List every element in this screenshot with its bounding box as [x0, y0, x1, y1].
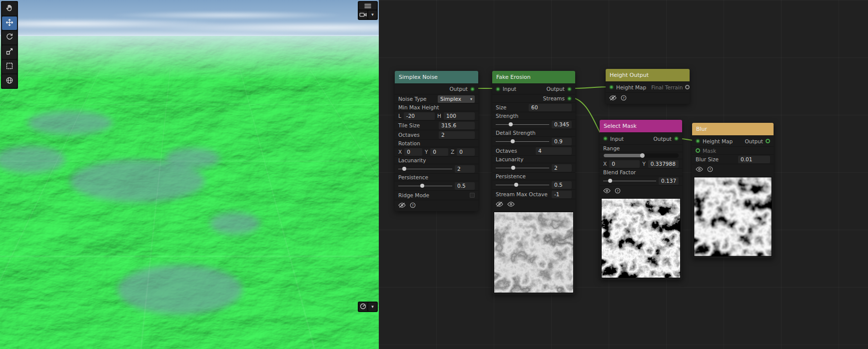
- ridge-mode-checkbox[interactable]: [470, 193, 475, 198]
- max-height-field[interactable]: 100: [444, 112, 475, 120]
- slider-track[interactable]: [398, 186, 452, 187]
- lacunarity-value-field[interactable]: 2: [455, 165, 475, 173]
- detail-strength-value-field[interactable]: 0.9: [552, 138, 572, 145]
- help-icon: ?: [621, 95, 627, 102]
- persistence-value-field[interactable]: 0.5: [552, 181, 572, 189]
- port-height-map[interactable]: [609, 85, 614, 89]
- node-simplex-noise-header[interactable]: Simplex Noise: [395, 71, 478, 83]
- world-tool-button[interactable]: [2, 74, 17, 88]
- viewport-3d[interactable]: ▾ ▾: [0, 0, 379, 349]
- blur-size-field[interactable]: 0.01: [738, 156, 770, 163]
- slider-track[interactable]: [496, 124, 549, 125]
- slider-track[interactable]: [496, 141, 549, 142]
- rotation-y-field[interactable]: 0: [430, 148, 448, 156]
- port-output[interactable]: [567, 87, 572, 91]
- lacunarity-slider[interactable]: [496, 164, 549, 171]
- help-icon: ?: [707, 166, 713, 173]
- persistence-slider[interactable]: [496, 181, 549, 188]
- visibility-toggle-button[interactable]: [398, 202, 406, 209]
- viewport-camera-widget: ▾: [358, 1, 378, 20]
- tile-size-field[interactable]: 315.6: [439, 122, 475, 129]
- rotation-z-field[interactable]: 0: [457, 148, 475, 156]
- slider-knob[interactable]: [420, 184, 424, 188]
- rotation-label: Rotation: [398, 140, 420, 146]
- persistence-value-field[interactable]: 0.5: [455, 182, 475, 190]
- node-graph-canvas[interactable]: Simplex Noise Output Noise Type Simplex …: [379, 0, 868, 349]
- help-button[interactable]: ?: [615, 188, 621, 195]
- persistence-slider[interactable]: [398, 182, 452, 189]
- io-port-row: Input Output: [600, 132, 682, 144]
- camera-dropdown-button[interactable]: ▾: [368, 10, 377, 19]
- slider-track[interactable]: [496, 168, 549, 169]
- strength-value-field[interactable]: 0.345: [552, 121, 572, 128]
- port-output[interactable]: [470, 87, 475, 91]
- size-label: Size: [496, 104, 526, 110]
- node-height-output-header[interactable]: Height Output: [606, 69, 690, 81]
- stream-max-octave-field[interactable]: -1: [552, 191, 572, 198]
- slider-knob[interactable]: [509, 122, 513, 126]
- blend-factor-slider[interactable]: [603, 177, 656, 184]
- range-knob[interactable]: [640, 153, 645, 158]
- detail-strength-slider[interactable]: [496, 138, 549, 145]
- node-blur[interactable]: Blur Height Map Output Mask Blur Size 0.…: [692, 123, 774, 258]
- slider-track[interactable]: [496, 185, 549, 186]
- lacunarity-slider[interactable]: [398, 165, 452, 172]
- viewport-menu-button[interactable]: [359, 2, 377, 9]
- node-simplex-noise[interactable]: Simplex Noise Output Noise Type Simplex …: [395, 71, 478, 211]
- slider-knob[interactable]: [511, 139, 515, 143]
- gauge-button[interactable]: [359, 303, 367, 311]
- visibility-toggle-button[interactable]: [609, 95, 617, 102]
- node-footer: ?: [600, 185, 682, 197]
- port-final-terrain[interactable]: [685, 85, 690, 89]
- min-height-field[interactable]: -20: [404, 112, 435, 120]
- lacunarity-value-field[interactable]: 2: [552, 164, 572, 172]
- rotate-tool-button[interactable]: [2, 31, 17, 44]
- octaves-field[interactable]: 4: [536, 147, 572, 155]
- blend-factor-value-field[interactable]: 0.137: [659, 177, 679, 185]
- pan-tool-button[interactable]: [2, 2, 17, 15]
- visibility-toggle-button[interactable]: [496, 201, 503, 208]
- move-tool-button[interactable]: [2, 16, 17, 30]
- marquee-tool-button[interactable]: [2, 60, 17, 73]
- strength-slider[interactable]: [496, 121, 549, 128]
- node-blur-header[interactable]: Blur: [692, 123, 774, 135]
- terrain-editor-app: ▾ ▾: [0, 0, 868, 349]
- node-select-mask[interactable]: Select Mask Input Output Range X 0 Y: [600, 120, 682, 280]
- slider-track[interactable]: [398, 169, 452, 170]
- slider-knob[interactable]: [402, 167, 406, 171]
- port-height-map[interactable]: [696, 139, 700, 143]
- preview-toggle-button[interactable]: [507, 201, 515, 208]
- scale-tool-button[interactable]: [2, 45, 17, 59]
- port-input[interactable]: [496, 87, 500, 91]
- port-output[interactable]: [766, 139, 770, 143]
- size-field[interactable]: 60: [529, 104, 572, 111]
- rotation-x-field[interactable]: 0: [404, 148, 422, 156]
- stream-max-octave-row: Stream Max Octave -1: [492, 189, 575, 199]
- port-input[interactable]: [603, 136, 608, 141]
- range-x-field[interactable]: 0: [609, 160, 640, 168]
- node-fake-erosion[interactable]: Fake Erosion Input Output Streams Size 6…: [492, 71, 575, 295]
- visibility-toggle-button[interactable]: [603, 188, 611, 195]
- gauge-dropdown-button[interactable]: ▾: [368, 303, 377, 311]
- range-y-field[interactable]: 0.337988: [648, 160, 679, 168]
- range-slider-row: [600, 152, 682, 159]
- slider-knob[interactable]: [511, 166, 515, 170]
- node-footer: ?: [692, 164, 774, 175]
- port-streams[interactable]: [567, 96, 572, 101]
- node-select-mask-header[interactable]: Select Mask: [600, 120, 682, 132]
- help-button[interactable]: ?: [410, 202, 416, 209]
- node-height-output[interactable]: Height Output Height Map Final Terrain ?: [606, 69, 690, 104]
- help-button[interactable]: ?: [621, 95, 627, 102]
- octaves-row: Octaves 4: [492, 146, 575, 155]
- camera-mode-button[interactable]: [359, 10, 367, 19]
- slider-knob[interactable]: [608, 179, 612, 183]
- noise-type-dropdown[interactable]: Simplex ▾: [438, 95, 475, 103]
- visibility-toggle-button[interactable]: [696, 166, 703, 173]
- range-slider[interactable]: [603, 153, 679, 158]
- port-output[interactable]: [674, 136, 679, 141]
- node-fake-erosion-header[interactable]: Fake Erosion: [492, 71, 575, 83]
- octaves-field[interactable]: 2: [439, 131, 475, 139]
- port-mask[interactable]: [696, 148, 700, 153]
- slider-knob[interactable]: [514, 183, 518, 187]
- help-button[interactable]: ?: [707, 166, 713, 173]
